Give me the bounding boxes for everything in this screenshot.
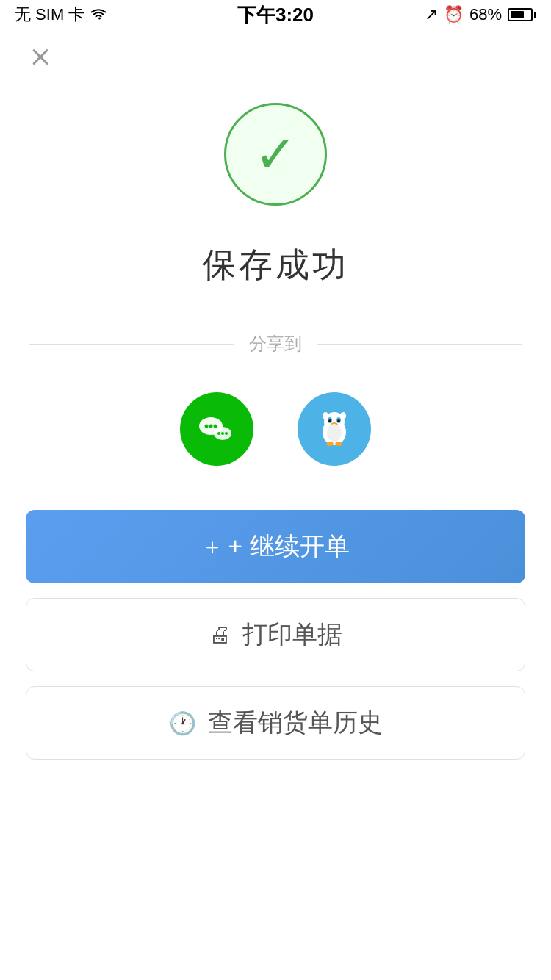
battery-percent: 68%	[469, 5, 502, 24]
no-sim-text: 无 SIM 卡	[15, 4, 84, 26]
svg-point-3	[214, 425, 217, 428]
svg-point-1	[205, 425, 209, 428]
checkmark-icon: ✓	[254, 129, 298, 180]
share-divider: 分享到	[29, 332, 522, 356]
svg-point-5	[217, 432, 220, 435]
success-circle: ✓	[224, 103, 327, 206]
continue-label: + 继续开单	[228, 530, 349, 563]
wifi-icon	[90, 9, 107, 21]
qq-share-button[interactable]	[298, 392, 371, 466]
action-buttons: ＋ + 继续开单 🖨 打印单据 🕐 查看销货单历史	[26, 510, 525, 760]
main-content: ✓ 保存成功 分享到	[0, 29, 551, 760]
print-icon: 🖨	[209, 622, 231, 647]
plus-icon: ＋	[201, 532, 223, 562]
svg-point-19	[340, 412, 346, 419]
svg-point-6	[221, 432, 224, 435]
continue-button[interactable]: ＋ + 继续开单	[26, 510, 525, 583]
status-left: 无 SIM 卡	[15, 4, 107, 26]
share-label: 分享到	[249, 332, 302, 356]
status-right: ↗ ⏰ 68%	[425, 5, 536, 24]
history-button[interactable]: 🕐 查看销货单历史	[26, 686, 525, 760]
svg-point-16	[326, 442, 334, 446]
share-icons	[29, 392, 522, 466]
svg-point-17	[335, 442, 342, 446]
alarm-icon: ⏰	[444, 5, 464, 24]
wechat-share-button[interactable]	[180, 392, 253, 466]
svg-point-13	[337, 419, 340, 422]
history-label: 查看销货单历史	[208, 706, 383, 740]
svg-point-11	[328, 419, 331, 422]
svg-point-2	[209, 425, 213, 428]
close-button[interactable]	[22, 38, 59, 75]
share-section: 分享到	[0, 332, 551, 466]
success-title: 保存成功	[202, 242, 349, 288]
qq-icon	[312, 407, 356, 451]
history-icon: 🕐	[169, 710, 196, 736]
print-button[interactable]: 🖨 打印单据	[26, 598, 525, 671]
status-time: 下午3:20	[237, 2, 314, 28]
status-bar: 无 SIM 卡 下午3:20 ↗ ⏰ 68%	[0, 0, 551, 29]
battery-indicator	[508, 8, 536, 21]
svg-point-7	[225, 432, 228, 435]
wechat-icon	[196, 411, 237, 447]
location-icon: ↗	[425, 5, 438, 24]
svg-point-15	[327, 424, 342, 442]
svg-point-18	[323, 412, 328, 419]
print-label: 打印单据	[242, 618, 342, 652]
